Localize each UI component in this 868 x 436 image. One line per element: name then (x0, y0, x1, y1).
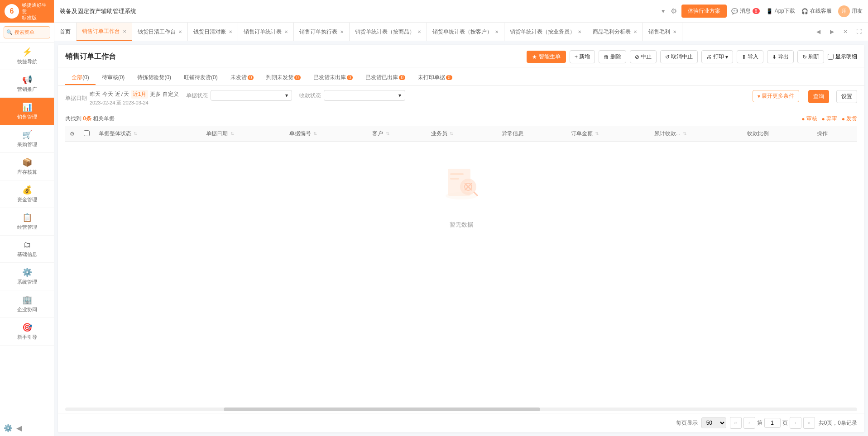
add-btn[interactable]: + 新增 (570, 50, 595, 63)
sub-tab-not-printed[interactable]: 未打印单据0 (412, 71, 459, 85)
shortcut-custom[interactable]: 自定义 (163, 90, 179, 98)
sidebar-item-marketing[interactable]: 📢 营销推广 (0, 70, 54, 98)
topbar-gear-icon[interactable]: ⚙ (671, 7, 677, 15)
sub-tab-wangpu[interactable]: 旺铺待发货(0) (177, 71, 224, 85)
trial-btn[interactable]: 体验行业方案 (681, 5, 727, 18)
tab-product-margin[interactable]: 商品毛利分析表 ✕ (587, 23, 643, 41)
tab-sales-summary-staff[interactable]: 销货单统计表（按业务员） ✕ (504, 23, 587, 41)
horizontal-scrollbar[interactable] (65, 408, 857, 411)
sidebar-item-enterprise[interactable]: 🏢 企业协同 (0, 290, 54, 318)
tab-sales-summary-customer[interactable]: 销货单统计表（按客户） ✕ (427, 23, 504, 41)
smart-create-btn[interactable]: ★ 智能生单 (527, 51, 566, 63)
col-collected[interactable]: 累计收款... ⇅ (650, 126, 743, 142)
sub-tab-shipped-not-out[interactable]: 已发货未出库0 (307, 71, 360, 85)
import-btn[interactable]: ⬆ 导入 (737, 50, 763, 63)
stop-btn[interactable]: ⊘ 中止 (630, 50, 657, 63)
sub-tab-overdue[interactable]: 到期未发货0 (260, 71, 307, 85)
tab-sales-workbench[interactable]: 销售订单工作台 ✕ (77, 23, 132, 41)
system-dropdown-icon[interactable]: ▼ (661, 8, 666, 14)
ship-btn[interactable]: ● 发货 (842, 115, 857, 123)
tab-close-icon[interactable]: ✕ (340, 29, 344, 34)
online-service-item[interactable]: 🎧 在线客服 (801, 7, 832, 15)
sub-tab-shipped-out[interactable]: 已发货已出库0 (359, 71, 412, 85)
shortcut-7days[interactable]: 近7天 (115, 90, 129, 98)
tab-close-icon[interactable]: ✕ (495, 29, 499, 34)
first-page-btn[interactable]: « (730, 417, 742, 429)
show-detail-checkbox[interactable] (828, 54, 834, 60)
col-amount[interactable]: 订单金额 ⇅ (566, 126, 649, 142)
audit-btn[interactable]: ● 审核 (801, 115, 817, 123)
user-item[interactable]: 用 用友 (838, 5, 863, 17)
sidebar-item-inventory[interactable]: 📦 库存核算 (0, 153, 54, 180)
next-page-btn[interactable]: › (790, 417, 801, 429)
tab-cash-reconcile[interactable]: 钱货日清对账 ✕ (188, 23, 238, 41)
search-menu-button[interactable]: 🔍 搜索菜单 (4, 26, 50, 38)
scroll-thumb[interactable] (224, 408, 541, 411)
sidebar-search[interactable]: 🔍 搜索菜单 (0, 23, 54, 43)
refresh-btn[interactable]: ↻ 刷新 (797, 50, 824, 63)
tab-close-icon[interactable]: ✕ (578, 29, 581, 34)
app-download-item[interactable]: 📱 App下载 (766, 7, 795, 15)
tab-close-icon[interactable]: ✕ (229, 29, 232, 34)
sidebar-item-purchase[interactable]: 🛒 采购管理 (0, 125, 54, 153)
col-customer[interactable]: 客户 ⇅ (368, 126, 426, 142)
select-all-checkbox[interactable] (84, 130, 90, 136)
sidebar-item-operations[interactable]: 📋 经营管理 (0, 208, 54, 236)
tab-home[interactable]: 首页 (54, 23, 77, 41)
sub-tab-not-shipped[interactable]: 未发货0 (224, 71, 260, 85)
cancel-audit-btn[interactable]: ● 弃审 (822, 115, 837, 123)
tab-close-icon[interactable]: ✕ (123, 29, 126, 34)
sidebar-item-quick-nav[interactable]: ⚡ 快捷导航 (0, 43, 54, 70)
tab-sales-more[interactable]: 销售毛利 ✕ (643, 23, 682, 41)
tab-scroll-left-btn[interactable]: ◀ (812, 25, 825, 38)
settings-gear-icon[interactable]: ⚙️ (4, 424, 13, 432)
col-staff[interactable]: 业务员 ⇅ (427, 126, 497, 142)
sidebar-item-newbie[interactable]: 🎯 新手引导 (0, 318, 54, 346)
col-settings[interactable]: ⚙ (65, 126, 79, 142)
query-btn[interactable]: 查询 (808, 90, 829, 103)
expand-filter-btn[interactable]: ▾ 展开更多条件 (753, 90, 799, 102)
last-page-btn[interactable]: » (803, 417, 815, 429)
shortcut-more[interactable]: 更多 (150, 90, 161, 98)
message-item[interactable]: 💬 消息 6 (731, 7, 760, 15)
col-number[interactable]: 单据编号 ⇅ (285, 126, 368, 142)
sidebar-item-finance[interactable]: 💰 资金管理 (0, 180, 54, 208)
print-btn[interactable]: 🖨 打印 ▾ (701, 50, 733, 63)
tab-close-icon[interactable]: ✕ (178, 29, 182, 34)
col-date[interactable]: 单据日期 ⇅ (201, 126, 284, 142)
delete-btn[interactable]: 🗑 删除 (599, 50, 626, 63)
tab-fullscreen-btn[interactable]: ⛶ (853, 25, 865, 38)
tab-close-icon[interactable]: ✕ (284, 29, 288, 34)
shortcut-today[interactable]: 今天 (102, 90, 113, 98)
tab-cash-daily[interactable]: 钱货日清工作台 ✕ (132, 23, 188, 41)
sidebar-item-basics[interactable]: 🗂 基础信息 (0, 236, 54, 263)
sidebar-item-sales[interactable]: 📊 销售管理 (0, 98, 54, 125)
page-size-select[interactable]: 50 10 20 100 (701, 417, 726, 428)
table-toolbar: 共找到 0条 相关单据 ● 审核 ● 弃审 ● 发货 (58, 111, 864, 126)
filter-settings-btn[interactable]: 设置 (836, 90, 857, 103)
shortcut-1month[interactable]: 近1月 (131, 90, 149, 99)
tab-close-all-btn[interactable]: ✕ (839, 25, 852, 38)
tab-close-icon[interactable]: ✕ (417, 29, 421, 34)
cancel-stop-btn[interactable]: ↺ 取消中止 (660, 50, 698, 63)
show-detail-label[interactable]: 显示明细 (828, 53, 857, 61)
tab-close-icon[interactable]: ✕ (673, 29, 676, 34)
prev-page-btn[interactable]: ‹ (743, 417, 755, 429)
col-status[interactable]: 单据整体状态 ⇅ (94, 126, 201, 142)
export-btn[interactable]: ⬇ 导出 (767, 50, 794, 63)
col-checkbox[interactable] (79, 126, 94, 142)
sidebar-item-system[interactable]: ⚙️ 系统管理 (0, 263, 54, 290)
page-input[interactable] (764, 418, 781, 428)
shortcut-yesterday[interactable]: 昨天 (90, 90, 101, 98)
sub-tab-all[interactable]: 全部(0) (65, 71, 96, 85)
tab-sales-summary-product[interactable]: 销货单统计表（按商品） ✕ (350, 23, 427, 41)
sub-tab-pending-review[interactable]: 待审核(0) (96, 71, 131, 85)
sub-tab-pending-inspect[interactable]: 待拣货验货(0) (131, 71, 177, 85)
tab-close-icon[interactable]: ✕ (633, 29, 637, 34)
tab-scroll-right-btn[interactable]: ▶ (825, 25, 838, 38)
collapse-icon[interactable]: ◀ (16, 424, 22, 432)
payment-select[interactable]: ▾ (324, 90, 405, 101)
tab-sales-stats[interactable]: 销售订单统计表 ✕ (238, 23, 294, 41)
status-select[interactable]: ▾ (211, 90, 292, 101)
tab-sales-execute[interactable]: 销售订单执行表 ✕ (294, 23, 350, 41)
